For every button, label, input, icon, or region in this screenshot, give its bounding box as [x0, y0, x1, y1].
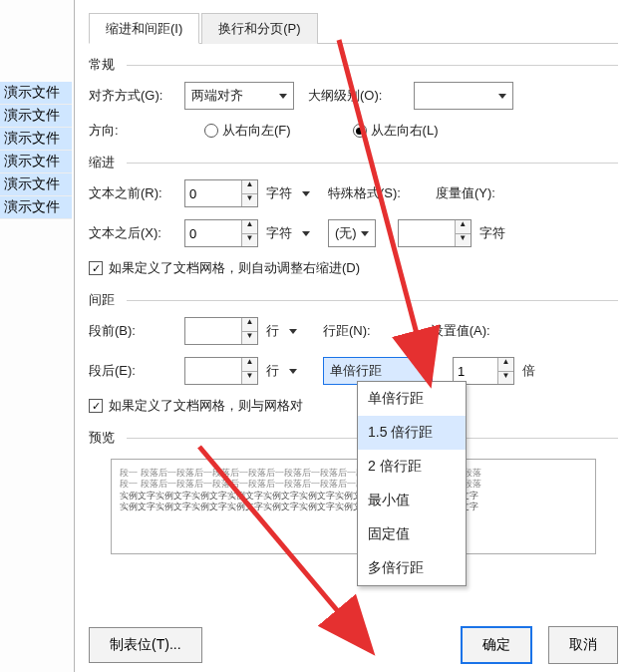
spin-down-icon[interactable]: ▼ — [242, 332, 257, 345]
checkbox-icon: ✓ — [89, 261, 103, 275]
indent-before-input[interactable] — [185, 180, 241, 206]
unit-label: 字符 — [264, 184, 292, 202]
spin-down-icon[interactable]: ▼ — [242, 372, 257, 385]
spin-down-icon[interactable]: ▼ — [242, 194, 257, 207]
direction-rtl-radio[interactable]: 从右向左(F) — [204, 122, 291, 140]
chevron-down-icon[interactable] — [289, 329, 297, 334]
tab-bar: 缩进和间距(I) 换行和分页(P) — [89, 12, 618, 44]
spin-down-icon[interactable]: ▼ — [456, 234, 471, 247]
tab-stops-button[interactable]: 制表位(T)... — [89, 627, 202, 663]
group-spacing: 间距 段前(B): ▲▼ 行 行距(N): 设置值(A): 段后(E): ▲▼ … — [89, 289, 618, 421]
special-format-label: 特殊格式(S): — [328, 184, 418, 202]
space-after-input[interactable] — [185, 358, 241, 384]
spin-down-icon[interactable]: ▼ — [498, 372, 513, 385]
align-to-grid-label: 如果定义了文档网格，则与网格对 — [109, 397, 303, 415]
chevron-down-icon — [361, 231, 369, 236]
indent-before-label: 文本之前(R): — [89, 184, 178, 202]
measure-input[interactable] — [399, 220, 455, 246]
indent-after-spinner[interactable]: ▲▼ — [184, 219, 258, 247]
line-spacing-dropdown: 单倍行距 1.5 倍行距 2 倍行距 最小值 固定值 多倍行距 — [357, 381, 467, 586]
background-file-list: 演示文件 演示文件 演示文件 演示文件 演示文件 演示文件 — [0, 82, 72, 219]
list-item[interactable]: 演示文件 — [0, 82, 72, 105]
direction-rtl-label: 从右向左(F) — [222, 122, 291, 140]
unit-label: 字符 — [264, 224, 292, 242]
group-preview: 预览 段一 段落后一段落后一段落后一段落后一段落后一段落后一段落后一段落后一段落… — [89, 427, 618, 554]
list-item[interactable]: 演示文件 — [0, 105, 72, 128]
special-format-select[interactable]: (无) — [328, 219, 376, 247]
list-item[interactable]: 演示文件 — [0, 196, 72, 219]
dialog-button-bar: 制表位(T)... 确定 取消 — [75, 626, 631, 664]
line-spacing-label: 行距(N): — [323, 322, 371, 340]
spin-up-icon[interactable]: ▲ — [456, 220, 471, 234]
group-indent: 缩进 文本之前(R): ▲▼ 字符 特殊格式(S): 度量值(Y): 文本之后(… — [89, 152, 618, 283]
ok-button[interactable]: 确定 — [461, 626, 532, 664]
group-title-general: 常规 — [89, 54, 618, 76]
space-before-label: 段前(B): — [89, 322, 178, 340]
auto-adjust-indent-label: 如果定义了文档网格，则自动调整右缩进(D) — [109, 259, 360, 277]
list-item[interactable]: 演示文件 — [0, 128, 72, 151]
outline-level-select[interactable] — [414, 82, 513, 110]
preview-line: 实例文字实例文字实例文字实例文字实例文字实例文字实例文字实例文字实例文字实例文字 — [120, 491, 587, 502]
spin-down-icon[interactable]: ▼ — [242, 234, 257, 247]
radio-icon — [204, 124, 218, 138]
line-spacing-option[interactable]: 多倍行距 — [358, 551, 466, 585]
preview-line: 实例文字实例文字实例文字实例文字实例文字实例文字实例文字实例文字实例文字实例文字 — [120, 502, 587, 512]
direction-ltr-radio[interactable]: 从左向右(L) — [353, 122, 439, 140]
chevron-down-icon[interactable] — [302, 191, 310, 196]
chevron-down-icon — [498, 94, 506, 99]
direction-ltr-label: 从左向右(L) — [371, 122, 439, 140]
cancel-button[interactable]: 取消 — [548, 626, 618, 664]
line-spacing-option[interactable]: 2 倍行距 — [358, 450, 466, 484]
unit-label: 字符 — [477, 224, 505, 242]
tab-indent-spacing[interactable]: 缩进和间距(I) — [89, 13, 199, 44]
unit-label: 行 — [264, 362, 279, 380]
tab-line-page-break[interactable]: 换行和分页(P) — [201, 13, 317, 44]
preview-box: 段一 段落后一段落后一段落后一段落后一段落后一段落后一段落后一段落后一段落后一段… — [111, 459, 596, 554]
chevron-down-icon — [418, 369, 426, 374]
preview-line: 段一 段落后一段落后一段落后一段落后一段落后一段落后一段落后一段落后一段落后一段… — [120, 468, 587, 479]
group-title-spacing: 间距 — [89, 289, 618, 311]
paragraph-dialog: 缩进和间距(I) 换行和分页(P) 常规 对齐方式(G): 两端对齐 大纲级别(… — [74, 0, 631, 672]
radio-icon — [353, 124, 367, 138]
spin-up-icon[interactable]: ▲ — [242, 358, 257, 372]
indent-after-label: 文本之后(X): — [89, 224, 178, 242]
measure-spinner[interactable]: ▲▼ — [398, 219, 472, 247]
alignment-value: 两端对齐 — [191, 87, 243, 105]
align-to-grid-checkbox[interactable]: ✓ 如果定义了文档网格，则与网格对 — [89, 397, 303, 415]
direction-label: 方向: — [89, 122, 178, 140]
line-spacing-option[interactable]: 单倍行距 — [358, 382, 466, 416]
spin-up-icon[interactable]: ▲ — [242, 318, 257, 332]
indent-after-input[interactable] — [185, 220, 241, 246]
line-spacing-option[interactable]: 固定值 — [358, 517, 466, 551]
spin-up-icon[interactable]: ▲ — [498, 358, 513, 372]
line-spacing-option[interactable]: 最小值 — [358, 484, 466, 517]
space-before-spinner[interactable]: ▲▼ — [184, 317, 258, 345]
line-spacing-value: 单倍行距 — [330, 362, 382, 380]
unit-label: 行 — [264, 322, 279, 340]
alignment-select[interactable]: 两端对齐 — [184, 82, 294, 110]
set-value-label: 设置值(A): — [431, 322, 490, 340]
chevron-down-icon[interactable] — [302, 231, 310, 236]
space-after-spinner[interactable]: ▲▼ — [184, 357, 258, 385]
measure-label: 度量值(Y): — [436, 184, 495, 202]
group-title-preview: 预览 — [89, 427, 618, 449]
line-spacing-option[interactable]: 1.5 倍行距 — [358, 416, 466, 450]
alignment-label: 对齐方式(G): — [89, 87, 178, 105]
indent-before-spinner[interactable]: ▲▼ — [184, 179, 258, 207]
chevron-down-icon — [279, 94, 287, 99]
outline-level-label: 大纲级别(O): — [308, 87, 408, 105]
list-item[interactable]: 演示文件 — [0, 151, 72, 173]
preview-line: 段一 段落后一段落后一段落后一段落后一段落后一段落后一段落后一段落后一段落后一段… — [120, 479, 587, 490]
auto-adjust-indent-checkbox[interactable]: ✓ 如果定义了文档网格，则自动调整右缩进(D) — [89, 259, 360, 277]
checkbox-icon: ✓ — [89, 399, 103, 413]
unit-label: 倍 — [520, 362, 535, 380]
special-format-value: (无) — [335, 224, 357, 242]
space-before-input[interactable] — [185, 318, 241, 344]
spin-up-icon[interactable]: ▲ — [242, 180, 257, 194]
chevron-down-icon[interactable] — [289, 369, 297, 374]
space-after-label: 段后(E): — [89, 362, 178, 380]
spin-up-icon[interactable]: ▲ — [242, 220, 257, 234]
group-title-indent: 缩进 — [89, 152, 618, 173]
list-item[interactable]: 演示文件 — [0, 173, 72, 196]
group-general: 常规 对齐方式(G): 两端对齐 大纲级别(O): 方向: 从右向左(F) — [89, 54, 618, 146]
